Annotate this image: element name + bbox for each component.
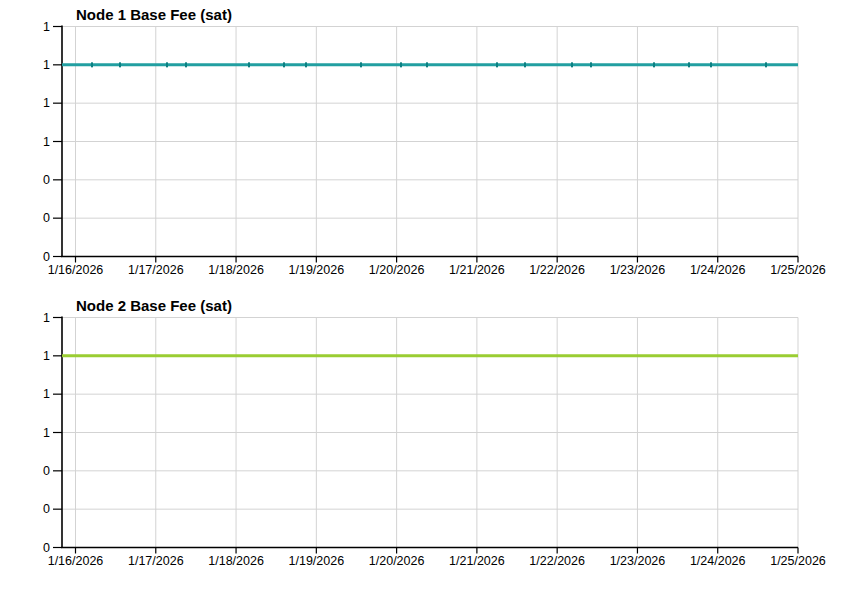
x-tick-label: 1/25/2026 xyxy=(770,554,826,568)
data-point-marker xyxy=(360,62,362,67)
x-tick-label: 1/20/2026 xyxy=(369,554,425,568)
y-tick-label: 0 xyxy=(43,502,50,516)
x-tick-label: 1/17/2026 xyxy=(128,263,184,277)
y-tick-label: 0 xyxy=(43,250,50,264)
x-tick-label: 1/18/2026 xyxy=(208,263,264,277)
charts-panel: Node 1 Base Fee (sat) Node 2 Base Fee (s… xyxy=(0,0,860,600)
chart-1: 00011111/16/20261/17/20261/18/20261/19/2… xyxy=(43,20,826,277)
data-point-marker xyxy=(283,62,285,67)
y-tick-label: 0 xyxy=(43,173,50,187)
data-point-marker xyxy=(571,62,573,67)
x-tick-label: 1/22/2026 xyxy=(529,554,585,568)
y-tick-label: 1 xyxy=(43,426,50,440)
y-tick-label: 0 xyxy=(43,541,50,555)
data-point-marker xyxy=(400,62,402,67)
y-tick-label: 1 xyxy=(43,135,50,149)
data-point-marker xyxy=(710,62,712,67)
data-point-marker xyxy=(653,62,655,67)
data-point-marker xyxy=(119,62,121,67)
x-tick-label: 1/23/2026 xyxy=(610,263,666,277)
y-tick-label: 1 xyxy=(43,349,50,363)
data-point-marker xyxy=(688,62,690,67)
x-tick-label: 1/17/2026 xyxy=(128,554,184,568)
x-tick-label: 1/21/2026 xyxy=(449,554,505,568)
x-tick-label: 1/25/2026 xyxy=(770,263,826,277)
data-point-marker xyxy=(765,62,767,67)
data-point-marker xyxy=(248,62,250,67)
x-tick-label: 1/21/2026 xyxy=(449,263,505,277)
y-tick-label: 1 xyxy=(43,58,50,72)
y-tick-label: 1 xyxy=(43,20,50,34)
y-tick-label: 0 xyxy=(43,211,50,225)
chart-2: 00011111/16/20261/17/20261/18/20261/19/2… xyxy=(43,311,826,568)
x-tick-label: 1/19/2026 xyxy=(289,263,345,277)
charts-svg: 00011111/16/20261/17/20261/18/20261/19/2… xyxy=(0,0,860,600)
data-point-marker xyxy=(91,62,93,67)
x-tick-label: 1/23/2026 xyxy=(610,554,666,568)
y-tick-label: 0 xyxy=(43,464,50,478)
x-tick-label: 1/19/2026 xyxy=(289,554,345,568)
x-tick-label: 1/18/2026 xyxy=(208,554,264,568)
data-point-marker xyxy=(305,62,307,67)
data-point-marker xyxy=(185,62,187,67)
x-tick-label: 1/16/2026 xyxy=(48,263,104,277)
y-tick-label: 1 xyxy=(43,387,50,401)
y-tick-label: 1 xyxy=(43,311,50,325)
y-tick-label: 1 xyxy=(43,96,50,110)
data-point-marker xyxy=(524,62,526,67)
data-point-marker xyxy=(166,62,168,67)
data-point-marker xyxy=(590,62,592,67)
data-point-marker xyxy=(496,62,498,67)
x-tick-label: 1/20/2026 xyxy=(369,263,425,277)
x-tick-label: 1/22/2026 xyxy=(529,263,585,277)
x-tick-label: 1/16/2026 xyxy=(48,554,104,568)
data-point-marker xyxy=(426,62,428,67)
x-tick-label: 1/24/2026 xyxy=(690,263,746,277)
x-tick-label: 1/24/2026 xyxy=(690,554,746,568)
